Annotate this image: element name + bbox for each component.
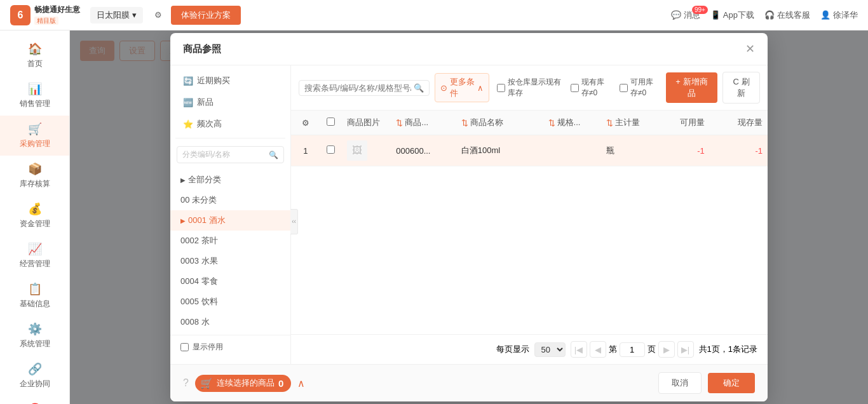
frequent-tab[interactable]: ⭐ 频次高 (175, 114, 285, 134)
product-code-cell: 000600... (391, 135, 456, 166)
message-icon: 💬 (671, 10, 681, 20)
modal-body: 🔄 近期购买 🆕 新品 ⭐ 频次高 (170, 65, 768, 364)
confirm-button[interactable]: 确定 (708, 373, 755, 393)
sidebar-item-guide[interactable]: 🎯 新手引导 (0, 396, 69, 404)
sidebar-item-label: 系统管理 (20, 339, 50, 349)
th-available: 可用量 (652, 111, 710, 135)
sales-icon: 📊 (28, 82, 42, 96)
category-item-all[interactable]: ▶ 全部分类 (170, 170, 290, 190)
category-label: 全部分类 (188, 174, 221, 185)
image-placeholder-icon: 🖼 (352, 145, 362, 156)
row-checkbox-cell[interactable] (320, 135, 342, 166)
sidebar-item-home[interactable]: 🏠 首页 (0, 36, 69, 76)
last-page-button[interactable]: ▶| (677, 341, 694, 358)
warehouse-filter-checkbox[interactable] (497, 84, 505, 92)
sidebar-item-label: 库存核算 (20, 178, 50, 189)
row-checkbox[interactable] (327, 145, 335, 154)
sidebar-item-enterprise[interactable]: 🔗 企业协同 (0, 356, 69, 396)
collapse-up-icon[interactable]: ∧ (297, 377, 305, 389)
product-image-cell: 🖼 (342, 135, 391, 166)
category-search-box[interactable]: 分类编码/名称 🔍 (177, 146, 284, 163)
recent-purchase-tab[interactable]: 🔄 近期购买 (175, 71, 285, 91)
table-row[interactable]: 1 🖼 (291, 135, 768, 166)
nav-selector[interactable]: 日太阳膜 ▾ (90, 7, 143, 24)
home-icon: 🏠 (28, 42, 42, 56)
cancel-button[interactable]: 取消 (658, 372, 702, 394)
select-all-checkbox[interactable] (327, 118, 335, 126)
frequent-label: 频次高 (197, 118, 222, 130)
category-item-water[interactable]: 0008 水 (170, 312, 290, 332)
sidebar-item-purchase[interactable]: 🛒 采购管理 (0, 116, 69, 156)
sidebar-item-inventory[interactable]: 📦 库存核算 (0, 156, 69, 196)
show-disabled-label[interactable]: 显示停用 (180, 342, 280, 353)
nav-selector-text: 日太阳膜 (97, 10, 130, 21)
page-size-label: 每页显示 (496, 344, 529, 355)
category-item-snack[interactable]: 0004 零食 (170, 271, 290, 292)
available-stock-checkbox[interactable] (571, 84, 579, 92)
product-stock-cell: -1 (710, 135, 768, 166)
product-reference-modal: 商品参照 ✕ 🔄 近期购买 🆕 (170, 33, 768, 401)
add-product-button[interactable]: + 新增商品 (666, 72, 717, 103)
close-icon[interactable]: ✕ (745, 42, 755, 56)
user-nav-item[interactable]: 👤 徐泽华 (820, 10, 858, 21)
warehouse-filter-label[interactable]: 按仓库显示现有库存 (497, 77, 563, 98)
nav-right: 💬 消息 99+ 📱 App下载 🎧 在线客服 👤 徐泽华 (671, 10, 858, 21)
sidebar-item-label: 资金管理 (20, 219, 50, 229)
th-unit[interactable]: ⇅ 主计量 (601, 111, 652, 135)
product-table-container: ⚙ 商品图片 (291, 111, 768, 334)
refresh-button[interactable]: C 刷新 (722, 72, 760, 104)
sidebar-item-business[interactable]: 📈 经营管理 (0, 236, 69, 276)
first-page-button[interactable]: |◀ (571, 341, 587, 358)
th-settings[interactable]: ⚙ (291, 111, 320, 135)
sidebar-item-system[interactable]: ⚙️ 系统管理 (0, 316, 69, 356)
available-stock-filter-label[interactable]: 现有库存≠0 (571, 77, 612, 98)
star-icon: ⭐ (183, 119, 193, 129)
trial-button[interactable]: 体验行业方案 (171, 6, 241, 25)
sidebar-item-finance[interactable]: 💰 资金管理 (0, 196, 69, 236)
product-table: ⚙ 商品图片 (291, 111, 768, 166)
page-number-input[interactable] (620, 342, 645, 357)
category-item-fruit[interactable]: 0003 水果 (170, 251, 290, 271)
show-disabled-text: 显示停用 (193, 342, 223, 353)
gear-icon[interactable]: ⚙ (148, 5, 168, 25)
product-search-box[interactable]: 🔍 (299, 80, 430, 96)
page-size-select[interactable]: 50 (534, 342, 566, 357)
cart-icon: 🛒 (200, 377, 213, 389)
sidebar-item-label: 销售管理 (20, 98, 50, 109)
more-filter-button[interactable]: ⊙ 更多条件 ∧ (435, 73, 489, 102)
help-icon[interactable]: ? (183, 377, 189, 389)
system-icon: ⚙️ (28, 322, 42, 336)
basic-icon: 📋 (28, 282, 42, 296)
prev-page-button[interactable]: ◀ (590, 341, 606, 358)
continuous-select-label: 连续选择的商品 (217, 377, 275, 389)
category-item-beverage[interactable]: 0005 饮料 (170, 292, 290, 312)
app-download-nav-item[interactable]: 📱 App下载 (710, 10, 754, 21)
new-product-tab[interactable]: 🆕 新品 (175, 92, 285, 112)
th-product-image: 商品图片 (342, 111, 391, 135)
modal-footer: ? 🛒 连续选择的商品 0 ∧ 取消 确定 (170, 364, 768, 401)
left-panel: 🔄 近期购买 🆕 新品 ⭐ 频次高 (170, 65, 291, 364)
online-service-nav-item[interactable]: 🎧 在线客服 (764, 10, 810, 21)
page-suffix: 页 (648, 344, 656, 355)
sidebar-item-basic[interactable]: 📋 基础信息 (0, 276, 69, 316)
sidebar-item-sales[interactable]: 📊 销售管理 (0, 76, 69, 116)
message-nav-item[interactable]: 💬 消息 99+ (671, 10, 700, 21)
show-disabled-checkbox[interactable] (180, 343, 189, 351)
footer-left: ? 🛒 连续选择的商品 0 ∧ (183, 375, 305, 392)
collapse-panel-button[interactable]: ‹‹ (290, 209, 298, 234)
th-spec[interactable]: ⇅ 规格... (543, 111, 601, 135)
category-item-tea[interactable]: 0002 茶叶 (170, 231, 290, 251)
th-stock: 现存量 (710, 111, 768, 135)
category-item-unclassified[interactable]: 00 未分类 (170, 190, 290, 210)
next-page-button[interactable]: ▶ (658, 341, 675, 358)
page-label: 第 (609, 344, 617, 355)
category-item-alcohol[interactable]: ▶ 0001 酒水 (170, 210, 290, 231)
usable-stock-filter-label[interactable]: 可用库存≠0 (620, 77, 661, 98)
th-product-name[interactable]: ⇅ 商品名称 (456, 111, 543, 135)
product-search-input[interactable] (304, 83, 411, 93)
left-panel-tabs: 🔄 近期购买 🆕 新品 ⭐ 频次高 (170, 71, 290, 134)
enterprise-icon: 🔗 (28, 362, 42, 376)
usable-stock-checkbox[interactable] (620, 84, 628, 92)
sort-icon: ⇅ (548, 118, 555, 128)
th-product-code[interactable]: ⇅ 商品... (391, 111, 456, 135)
